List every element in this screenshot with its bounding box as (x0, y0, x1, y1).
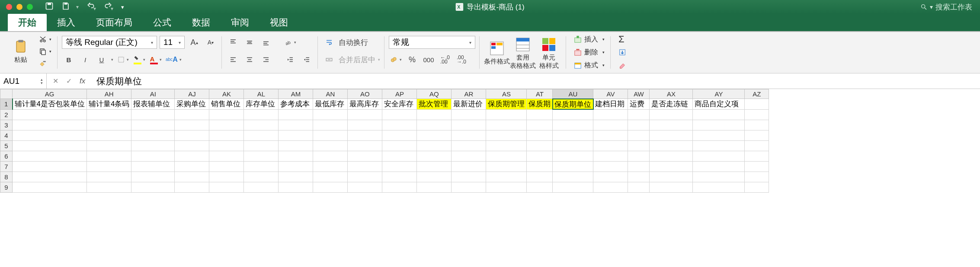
cell[interactable] (313, 109, 348, 120)
cell[interactable] (745, 140, 769, 151)
cell[interactable] (348, 109, 382, 120)
cell[interactable] (209, 151, 244, 161)
cell[interactable] (313, 182, 348, 192)
cell[interactable] (244, 140, 279, 151)
format-cells-button[interactable]: 格式▾ (572, 60, 606, 71)
tab-formulas[interactable]: 公式 (143, 14, 182, 31)
cell[interactable] (452, 109, 486, 120)
cell[interactable] (313, 120, 348, 130)
increase-decimal-button[interactable]: ←.0.00 (438, 53, 452, 66)
cell[interactable]: 报表辅单位 (131, 99, 175, 110)
cell[interactable]: 是否走冻链 (650, 99, 693, 110)
cell[interactable] (417, 182, 452, 192)
cell[interactable] (279, 109, 313, 120)
cell[interactable] (745, 151, 769, 161)
cell[interactable] (209, 109, 244, 120)
cell[interactable]: 批次管理 (417, 99, 452, 110)
cell[interactable] (628, 109, 650, 120)
column-header[interactable]: AN (313, 89, 348, 99)
cell[interactable] (593, 151, 628, 161)
cell[interactable] (209, 161, 244, 172)
cell[interactable] (693, 151, 745, 161)
cell[interactable] (593, 172, 628, 182)
cell[interactable]: 保质期单位 (553, 99, 593, 110)
underline-button[interactable]: U (95, 53, 109, 66)
cell[interactable] (279, 151, 313, 161)
cell[interactable] (313, 130, 348, 140)
cell[interactable] (209, 182, 244, 192)
cell[interactable]: 运费 (628, 99, 650, 110)
cell[interactable] (628, 182, 650, 192)
cell[interactable] (313, 151, 348, 161)
cell[interactable] (313, 161, 348, 172)
tab-data[interactable]: 数据 (182, 14, 221, 31)
cell[interactable] (86, 182, 131, 192)
row-header[interactable]: 1 (0, 99, 13, 110)
cell[interactable] (553, 140, 593, 151)
cell[interactable]: 库存单位 (244, 99, 279, 110)
cell[interactable] (527, 109, 553, 120)
spreadsheet-grid[interactable]: AGAHAIAJAKALAMANAOAPAQARASATAUAVAWAXAYAZ… (0, 89, 980, 193)
italic-button[interactable]: I (78, 53, 92, 66)
increase-indent-button[interactable] (300, 53, 314, 66)
cell[interactable] (279, 130, 313, 140)
cell[interactable] (693, 182, 745, 192)
row-header[interactable]: 3 (0, 120, 13, 130)
cell[interactable]: 销售单位 (209, 99, 244, 110)
cell[interactable] (131, 120, 175, 130)
cell[interactable] (745, 182, 769, 192)
cell[interactable] (553, 182, 593, 192)
cell[interactable] (175, 151, 209, 161)
cell[interactable] (175, 172, 209, 182)
row-header[interactable]: 4 (0, 130, 13, 140)
cell[interactable] (382, 130, 417, 140)
column-header[interactable]: AQ (417, 89, 452, 99)
cell[interactable] (209, 172, 244, 182)
cell[interactable] (209, 140, 244, 151)
cell[interactable] (593, 130, 628, 140)
qat-customize-icon[interactable]: ▾ (121, 4, 124, 10)
phonetic-button[interactable]: abcA (165, 53, 182, 66)
cell[interactable] (244, 120, 279, 130)
redo-icon[interactable]: ▾ (104, 2, 113, 13)
cell[interactable] (279, 172, 313, 182)
align-center-button[interactable] (243, 53, 256, 66)
cell[interactable] (86, 109, 131, 120)
row-header[interactable]: 9 (0, 182, 13, 192)
wrap-text-button[interactable] (322, 36, 336, 49)
cell[interactable] (417, 161, 452, 172)
cell[interactable] (13, 120, 87, 130)
cell[interactable] (13, 161, 87, 172)
cell[interactable] (131, 140, 175, 151)
row-header[interactable]: 6 (0, 151, 13, 161)
cell[interactable] (628, 120, 650, 130)
cell[interactable] (486, 182, 527, 192)
cell[interactable] (175, 140, 209, 151)
cell[interactable] (593, 109, 628, 120)
cell[interactable] (131, 182, 175, 192)
cell[interactable]: 参考成本 (279, 99, 313, 110)
cell[interactable] (486, 151, 527, 161)
column-header[interactable]: AR (452, 89, 486, 99)
cell[interactable] (527, 130, 553, 140)
align-bottom-button[interactable] (259, 36, 273, 49)
cell[interactable] (486, 109, 527, 120)
cell[interactable] (279, 182, 313, 192)
cell[interactable]: 安全库存 (382, 99, 417, 110)
cell[interactable] (593, 140, 628, 151)
cell[interactable] (417, 151, 452, 161)
cell[interactable] (650, 161, 693, 172)
cell[interactable]: 商品自定义项 (693, 99, 745, 110)
cell[interactable] (209, 130, 244, 140)
cell[interactable] (553, 172, 593, 182)
column-header[interactable]: AT (527, 89, 553, 99)
cell[interactable] (417, 120, 452, 130)
format-painter-button[interactable] (37, 58, 53, 69)
cell[interactable] (745, 130, 769, 140)
cell[interactable] (486, 172, 527, 182)
row-header[interactable]: 7 (0, 161, 13, 172)
cell[interactable] (553, 151, 593, 161)
row-header[interactable]: 8 (0, 172, 13, 182)
cell[interactable] (13, 130, 87, 140)
cell[interactable] (527, 161, 553, 172)
